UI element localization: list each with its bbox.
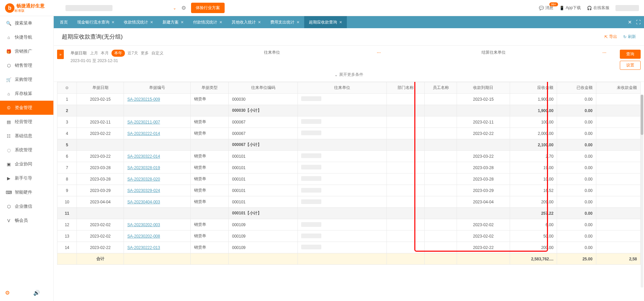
org-chevron-down-icon[interactable]: ⌄	[173, 6, 176, 10]
sidebar-item-warehouse[interactable]: ⌂库存核算	[0, 87, 53, 101]
online-service-link[interactable]: 🎧 在线客服	[587, 5, 609, 11]
date-preset[interactable]: 更多	[141, 50, 149, 56]
tab-close-icon[interactable]: ✕	[219, 20, 222, 24]
column-header: 未收款金额	[596, 82, 640, 94]
tab-close-icon[interactable]: ✕	[150, 20, 153, 24]
sidebar-item-label: 销售管理	[15, 62, 32, 68]
top-header: b 畅捷通好生意 标准版 ⌄ ⚙ 体验行业方案 💬 消息 99+ 📱 App下载…	[0, 0, 644, 16]
date-label: 单据日期	[71, 50, 87, 56]
sidebar-item-label: 企业微信	[15, 203, 32, 209]
sidebar-item-guide[interactable]: ▶新手引导	[0, 171, 53, 185]
sidebar-item-report[interactable]: ▤经营管理	[0, 115, 53, 129]
sidebar-item-system[interactable]: ◌系统管理	[0, 143, 53, 157]
filter-collapse-button[interactable]: »	[57, 50, 64, 59]
docno-link[interactable]: SA-20230322-014	[127, 154, 160, 159]
expand-more-button[interactable]: ⌄ 展开更多条件	[57, 70, 641, 80]
sidebar-item-money[interactable]: ©资金管理	[0, 101, 53, 115]
column-header: 单据类型	[190, 82, 229, 94]
subtotal-row: 2000030【小计】1,900.000.00	[57, 105, 641, 116]
wechat-icon: ⬡	[6, 204, 11, 209]
table-row: 12023-02-15SA-20230215-009销货单0000302023-…	[57, 94, 641, 105]
tab[interactable]: 收款情况统计✕	[119, 16, 158, 28]
settle-label: 结算往来单位	[481, 50, 506, 55]
sidebar-item-label: 采购管理	[15, 77, 32, 83]
setting-button[interactable]: 设置	[620, 61, 641, 70]
column-header: 员工名称	[425, 82, 457, 94]
query-button[interactable]: 查询	[620, 50, 641, 59]
sidebar-collapse-icon[interactable]: 🔊	[33, 290, 40, 296]
table-row: 102023-04-04SA-20230404-003销货单000101测202…	[57, 196, 641, 208]
sidebar-gear-icon[interactable]: ⚙	[5, 290, 10, 296]
date-preset[interactable]: 自定义	[151, 50, 164, 56]
user-blurred[interactable]	[615, 5, 639, 11]
sidebar-item-search[interactable]: 🔍搜索菜单	[0, 16, 53, 30]
docno-link[interactable]: SA-20230329-024	[127, 188, 160, 193]
tab[interactable]: 现金银行流水查询✕	[73, 16, 119, 28]
docno-link[interactable]: SA-20230215-009	[127, 97, 160, 102]
messages-link[interactable]: 💬 消息 99+	[539, 5, 553, 11]
tabs-close-icon[interactable]: ✕	[628, 19, 632, 25]
sidebar-item-gift[interactable]: 🎁营销推广	[0, 44, 53, 58]
table-row: 82023-03-28SA-20230328-020销货单0001012023-…	[57, 173, 641, 185]
tab-close-icon[interactable]: ✕	[296, 20, 300, 24]
scrollbar-thumb[interactable]	[641, 95, 643, 135]
table-row: 42023-02-22SA-20230222-014销货单0000672023-…	[57, 128, 641, 139]
date-preset[interactable]: 上月	[90, 50, 98, 56]
date-preset[interactable]: 本月	[101, 50, 109, 56]
gear-icon[interactable]: ⚙	[65, 86, 69, 90]
sidebar-item-enterprise[interactable]: ▣企业协同	[0, 157, 53, 171]
enterprise-icon: ▣	[6, 161, 11, 167]
scrollbar[interactable]	[641, 95, 643, 288]
sidebar-item-cart[interactable]: ⬡销售管理	[0, 58, 53, 72]
docno-link[interactable]: SA-20230404-003	[127, 200, 160, 204]
docno-link[interactable]: SA-20230222-014	[127, 131, 160, 136]
refresh-button[interactable]: ↻ 刷新	[623, 34, 636, 40]
logo-area: b 畅捷通好生意 标准版	[5, 3, 59, 13]
tab-close-icon[interactable]: ✕	[258, 20, 261, 24]
tab-label: 付款情况统计	[193, 19, 217, 25]
settle-more-icon[interactable]: ⋯	[602, 50, 606, 55]
tab[interactable]: 首页	[55, 16, 73, 28]
date-preset[interactable]: 近7天	[128, 50, 138, 56]
unit-more-icon[interactable]: ⋯	[377, 50, 381, 55]
docno-link[interactable]: SA-20230202-003	[127, 222, 160, 227]
docno-link[interactable]: SA-20230328-019	[127, 165, 160, 170]
docno-link[interactable]: SA-20230222-013	[127, 245, 160, 250]
export-button[interactable]: ⇱ 导出	[604, 34, 617, 40]
column-header: 往来单位编码	[229, 82, 298, 94]
system-icon: ◌	[6, 147, 11, 153]
filter-bar: » 单据日期 上月本月本年近7天更多自定义 2023-01-01 至 2023-…	[54, 46, 644, 82]
table-row: 122023-02-02SA-20230202-003销货单000109伯202…	[57, 219, 641, 231]
sidebar-item-label: 新手引导	[15, 175, 32, 181]
date-preset[interactable]: 本年	[111, 50, 125, 57]
docno-link[interactable]: SA-20230202-008	[127, 234, 160, 239]
unit-blurred	[301, 245, 321, 249]
tab[interactable]: 付款情况统计✕	[188, 16, 227, 28]
sidebar-item-home[interactable]: ⌂快捷导航	[0, 30, 53, 44]
docno-link[interactable]: SA-20230211-007	[127, 120, 160, 124]
header-gear-icon[interactable]: ⚙	[181, 5, 186, 11]
phone-icon: 📱	[559, 6, 564, 10]
tab-close-icon[interactable]: ✕	[339, 20, 342, 24]
sidebar-item-data[interactable]: ☷基础信息	[0, 129, 53, 143]
sidebar-item-wechat[interactable]: ⬡企业微信	[0, 199, 53, 213]
sidebar-item-label: 基础信息	[15, 133, 32, 139]
sidebar-item-hardware[interactable]: ⌨智能硬件	[0, 185, 53, 199]
tab-label: 首页	[60, 19, 68, 25]
tabs-fullscreen-icon[interactable]: ⛶	[636, 19, 641, 25]
sidebar-item-vip[interactable]: V畅会员	[0, 213, 53, 228]
tab[interactable]: 新建方案✕	[158, 16, 188, 28]
tab[interactable]: 费用支出统计✕	[266, 16, 304, 28]
tab[interactable]: 其他收入统计✕	[227, 16, 266, 28]
sidebar-item-label: 搜索菜单	[15, 20, 32, 26]
tab-close-icon[interactable]: ✕	[111, 20, 114, 24]
try-industry-button[interactable]: 体验行业方案	[191, 3, 225, 13]
sidebar-item-label: 智能硬件	[15, 189, 32, 195]
guide-icon: ▶	[6, 175, 11, 181]
app-download-link[interactable]: 📱 App下载	[559, 5, 581, 11]
docno-link[interactable]: SA-20230328-020	[127, 177, 160, 182]
tab-close-icon[interactable]: ✕	[181, 20, 184, 24]
column-gear[interactable]: ⚙	[57, 82, 77, 94]
tab[interactable]: 超期应收款查询✕	[304, 16, 347, 28]
sidebar-item-basket[interactable]: 🛒采购管理	[0, 72, 53, 87]
